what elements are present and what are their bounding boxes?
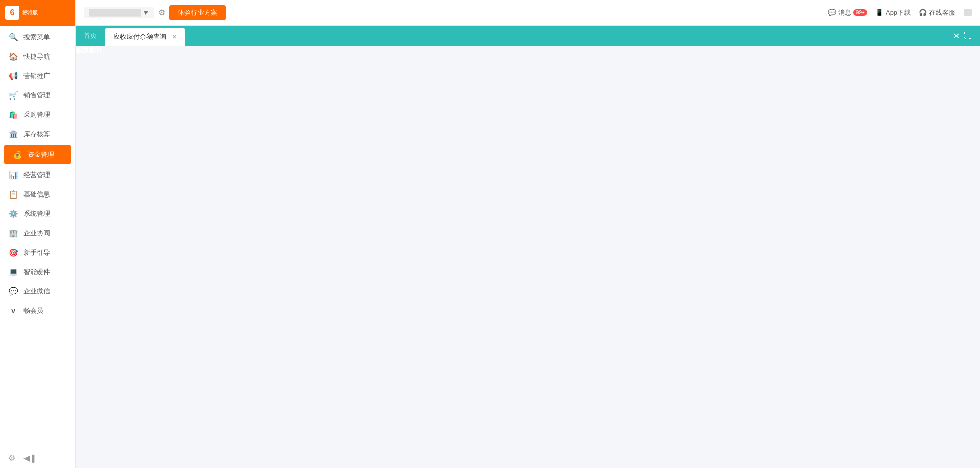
service-icon: 🎧 xyxy=(919,9,927,16)
tab-ar-label: 应收应付余额查询 xyxy=(113,32,166,41)
org-dropdown-icon: ▼ xyxy=(143,9,149,16)
message-badge: 99+ xyxy=(853,9,867,16)
search-menu-icon: 🔍 xyxy=(8,33,18,42)
online-service-button[interactable]: 🎧 在线客服 xyxy=(919,8,955,17)
sidebar-item-label: 营销推广 xyxy=(23,71,50,81)
sidebar-item-guide[interactable]: 🎯 新手引导 xyxy=(0,243,75,262)
logo-icon: 6 xyxy=(5,6,19,20)
marketing-icon: 📢 xyxy=(8,71,18,81)
user-info[interactable]: Rit xyxy=(964,9,972,16)
member-icon: V xyxy=(8,307,18,315)
tab-close-icon[interactable]: ✕ xyxy=(172,33,177,40)
tab-close-window-icon[interactable]: ✕ xyxy=(953,31,960,41)
system-icon: ⚙️ xyxy=(8,209,18,218)
sidebar-bottom: ⚙ ◀❚ xyxy=(0,448,75,468)
guide-icon: 🎯 xyxy=(8,248,18,257)
logo-name: 畅捷通叶 xyxy=(76,46,980,468)
sidebar-item-label: 搜索菜单 xyxy=(23,33,50,42)
service-label: 在线客服 xyxy=(929,8,955,17)
sidebar-collapse-icon[interactable]: ◀❚ xyxy=(23,453,36,463)
sidebar-item-hardware[interactable]: 💻 智能硬件 xyxy=(0,262,75,282)
home-icon: 🏠 xyxy=(8,52,18,61)
sidebar-item-label: 采购管理 xyxy=(23,110,50,119)
sidebar-item-system[interactable]: ⚙️ 系统管理 xyxy=(0,204,75,224)
sidebar-item-label: 销售管理 xyxy=(23,91,50,100)
sidebar-item-label: 新手引导 xyxy=(23,248,50,257)
inventory-icon: 🏛️ xyxy=(8,130,18,139)
finance-icon: 💰 xyxy=(12,150,22,159)
wechat-icon: 💬 xyxy=(8,287,18,296)
topbar-breadcrumb: ████████████ ▼ ⚙ 体验行业方案 xyxy=(84,5,822,20)
sidebar-item-label: 畅会员 xyxy=(23,306,43,315)
tabbar-actions: ✕ ⛶ xyxy=(953,31,980,41)
sidebar-item-inventory[interactable]: 🏛️ 库存核算 xyxy=(0,125,75,144)
sidebar-item-finance[interactable]: 💰 资金管理 xyxy=(4,145,71,164)
sidebar-item-label: 企业协同 xyxy=(23,229,50,238)
sidebar-settings-icon[interactable]: ⚙ xyxy=(8,453,15,463)
app-label: App下载 xyxy=(886,8,911,17)
sidebar-item-enterprise[interactable]: 🏢 企业协同 xyxy=(0,224,75,243)
sidebar-item-sales[interactable]: 🛒 销售管理 xyxy=(0,86,75,105)
tab-ar-query[interactable]: 应收应付余额查询 ✕ xyxy=(105,28,185,46)
tab-home[interactable]: 首页 xyxy=(76,26,105,46)
message-button[interactable]: 💬 消息 99+ xyxy=(828,8,867,17)
topbar: ████████████ ▼ ⚙ 体验行业方案 💬 消息 99+ 📱 App下载… xyxy=(76,0,980,26)
sidebar-item-search-menu[interactable]: 🔍 搜索菜单 xyxy=(0,28,75,47)
app-download-button[interactable]: 📱 App下载 xyxy=(875,8,911,17)
org-selector[interactable]: ████████████ ▼ xyxy=(84,7,154,18)
sales-icon: 🛒 xyxy=(8,91,18,100)
org-name: ████████████ xyxy=(89,9,141,16)
sidebar-item-basic-info[interactable]: 📋 基础信息 xyxy=(0,185,75,204)
logo-sub: 标准版 xyxy=(22,9,38,16)
sidebar-item-management[interactable]: 📊 经营管理 xyxy=(0,165,75,185)
purchase-icon: 🛍️ xyxy=(8,110,18,119)
sidebar-item-label: 系统管理 xyxy=(23,209,50,218)
tab-maximize-icon[interactable]: ⛶ xyxy=(964,31,972,40)
sidebar-item-label: 智能硬件 xyxy=(23,267,50,277)
message-icon: 💬 xyxy=(828,9,836,16)
management-icon: 📊 xyxy=(8,170,18,180)
sidebar-item-label: 资金管理 xyxy=(28,150,54,159)
hardware-icon: 💻 xyxy=(8,267,18,277)
sidebar-item-label: 快捷导航 xyxy=(23,52,50,61)
sidebar: 6 畅捷通叶 标准版 🔍 搜索菜单 🏠 快捷导航 📢 营销推广 🛒 销售管理 🛍… xyxy=(0,0,76,468)
topbar-right: 💬 消息 99+ 📱 App下载 🎧 在线客服 Rit xyxy=(828,8,972,17)
sidebar-item-member[interactable]: V 畅会员 xyxy=(0,301,75,321)
message-label: 消息 xyxy=(838,8,851,17)
sidebar-item-label: 经营管理 xyxy=(23,170,50,180)
sidebar-item-quick-nav[interactable]: 🏠 快捷导航 xyxy=(0,47,75,66)
tabbar: 首页 应收应付余额查询 ✕ ✕ ⛶ xyxy=(76,26,980,46)
enterprise-icon: 🏢 xyxy=(8,229,18,238)
sidebar-item-label: 库存核算 xyxy=(23,130,50,139)
sidebar-item-purchase[interactable]: 🛍️ 采购管理 xyxy=(0,105,75,125)
sidebar-logo: 6 畅捷通叶 标准版 xyxy=(0,0,75,26)
sidebar-item-wechat[interactable]: 💬 企业微信 xyxy=(0,282,75,301)
sidebar-item-label: 基础信息 xyxy=(23,190,50,199)
sidebar-nav: 🔍 搜索菜单 🏠 快捷导航 📢 营销推广 🛒 销售管理 🛍️ 采购管理 🏛️ 库… xyxy=(0,26,75,448)
app-icon: 📱 xyxy=(875,9,884,16)
sidebar-item-label: 企业微信 xyxy=(23,287,50,296)
promo-button[interactable]: 体验行业方案 xyxy=(169,5,226,20)
user-name: Rit xyxy=(964,9,972,16)
tab-home-label: 首页 xyxy=(84,31,97,40)
sidebar-item-marketing[interactable]: 📢 营销推广 xyxy=(0,66,75,86)
topbar-settings-icon[interactable]: ⚙ xyxy=(158,8,165,17)
basic-info-icon: 📋 xyxy=(8,190,18,199)
